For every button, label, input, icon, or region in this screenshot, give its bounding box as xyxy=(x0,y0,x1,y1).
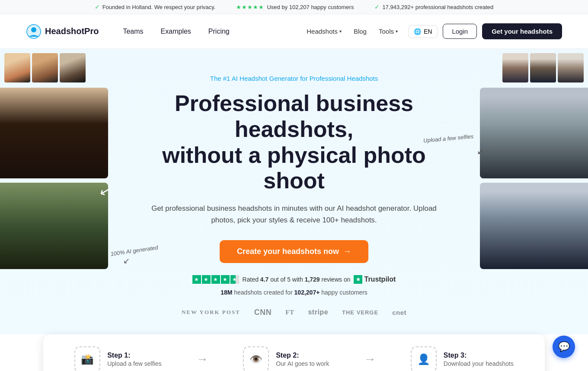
chat-bubble[interactable]: 💬 xyxy=(553,336,575,358)
trustpilot-logo: ★ Trustpilot xyxy=(354,275,396,284)
press-cnet: cnet xyxy=(392,309,406,316)
step-1-text: Step 1: Upload a few selfies xyxy=(107,352,161,367)
press-logos: NEW YORK POST CNN FT stripe THE VERGE cn… xyxy=(138,308,450,317)
hero-description: Get professional business headshots in m… xyxy=(138,203,450,226)
large-photo-right-bottom xyxy=(480,183,588,269)
small-photo-1 xyxy=(4,53,30,82)
globe-icon: 🌐 xyxy=(414,28,421,35)
nav-headshots[interactable]: Headshots ▾ xyxy=(301,24,347,38)
press-stripe: stripe xyxy=(308,308,328,316)
get-headshots-button[interactable]: Get your headshots xyxy=(482,23,562,39)
trustpilot-stars: ★ ★ ★ ★ ★ xyxy=(192,275,239,284)
nav-examples[interactable]: Examples xyxy=(154,24,198,39)
logo-text: HeadshotPro xyxy=(45,26,99,36)
chat-icon: 💬 xyxy=(558,341,570,352)
banner-item-3: ✓ 17,943,292+ professional headshots cre… xyxy=(374,3,493,10)
step-3-icon: 👤 xyxy=(411,346,437,371)
nav-blog[interactable]: Blog xyxy=(348,24,372,38)
star-2: ★ xyxy=(202,275,211,284)
nav-right: Headshots ▾ Blog Tools ▾ xyxy=(301,24,403,38)
language-selector[interactable]: 🌐 EN xyxy=(408,25,438,38)
banner-text-1: Founded in Holland. We respect your priv… xyxy=(102,4,216,10)
logo-icon xyxy=(26,24,42,39)
star-1: ★ xyxy=(192,275,201,284)
step-2-icon: 👁️ xyxy=(243,346,269,371)
hero-subtitle: The #1 AI Headshot Generator for Profess… xyxy=(138,75,450,82)
step-1: 📸 Step 1: Upload a few selfies xyxy=(74,346,161,371)
banner-text-3: 17,943,292+ professional headshots creat… xyxy=(382,4,493,10)
hero-content: The #1 AI Headshot Generator for Profess… xyxy=(138,75,450,317)
logo[interactable]: HeadshotPro xyxy=(26,24,99,39)
small-photo-3 xyxy=(60,53,86,82)
svg-point-1 xyxy=(31,27,36,32)
check-icon-1: ✓ xyxy=(95,3,100,10)
press-cnn: CNN xyxy=(254,308,272,317)
star-3: ★ xyxy=(211,275,220,284)
nav-left: Teams Examples Pricing xyxy=(116,24,236,39)
small-photos-right xyxy=(502,53,584,82)
small-photo-2 xyxy=(32,53,58,82)
banner-item-2: ★★★★★ Used by 102,207 happy customers xyxy=(236,3,354,10)
step-3-text: Step 3: Download your headshots xyxy=(444,352,514,367)
header: HeadshotPro Teams Examples Pricing Heads… xyxy=(0,14,588,49)
login-button[interactable]: Login xyxy=(443,24,477,39)
nav-teams[interactable]: Teams xyxy=(116,24,150,39)
nav-pricing[interactable]: Pricing xyxy=(201,24,236,39)
step-arrow-1: → xyxy=(196,352,208,366)
arrow-right-icon: → xyxy=(343,247,351,256)
nav-tools[interactable]: Tools ▾ xyxy=(374,24,403,38)
header-right: Headshots ▾ Blog Tools ▾ 🌐 EN Login Get … xyxy=(301,23,562,39)
chevron-down-icon: ▾ xyxy=(339,29,342,34)
banner-text-2: Used by 102,207 happy customers xyxy=(267,4,354,10)
step-arrow-2: → xyxy=(364,352,376,366)
press-verge: THE VERGE xyxy=(342,309,378,316)
star-icons: ★★★★★ xyxy=(236,4,264,10)
step-1-icon: 📸 xyxy=(74,346,100,371)
star-5: ★ xyxy=(230,275,239,284)
ai-arrow: ↙ xyxy=(123,256,130,266)
banner-item-1: ✓ Founded in Holland. We respect your pr… xyxy=(95,3,216,10)
check-icon-3: ✓ xyxy=(374,3,380,10)
small-photo-man-1 xyxy=(502,53,528,82)
step-2-text: Step 2: Our AI goes to work xyxy=(276,352,329,367)
chevron-down-icon-2: ▾ xyxy=(396,29,398,34)
hero-cta-button[interactable]: Create your headshots now → xyxy=(220,240,368,263)
press-nypost: NEW YORK POST xyxy=(182,309,240,316)
large-photo-left-top xyxy=(0,88,108,178)
hero-section: ↙ Upload a few selfies ↙ 100% AI generat… xyxy=(0,49,588,334)
lang-label: EN xyxy=(424,28,432,35)
step-3: 👤 Step 3: Download your headshots xyxy=(411,346,514,371)
small-photo-man-3 xyxy=(558,53,584,82)
small-photos-left xyxy=(4,53,86,82)
star-4: ★ xyxy=(221,275,230,284)
hero-title: Professional business headshots, without… xyxy=(138,91,450,194)
headshots-count: 18M headshots created for 102,207+ happy… xyxy=(138,289,450,296)
trustpilot-icon: ★ xyxy=(354,275,362,284)
upload-arrow: ↙ xyxy=(477,146,484,156)
press-ft: FT xyxy=(285,309,294,316)
large-photo-left-bottom xyxy=(0,183,108,269)
large-photo-right-top xyxy=(480,88,588,178)
top-banner: ✓ Founded in Holland. We respect your pr… xyxy=(0,0,588,14)
steps-bar: 📸 Step 1: Upload a few selfies → 👁️ Step… xyxy=(43,334,545,371)
trustpilot-text: Rated 4.7 out of 5 with 1,729 reviews on xyxy=(243,276,351,283)
trustpilot-row: ★ ★ ★ ★ ★ Rated 4.7 out of 5 with 1,729 … xyxy=(138,275,450,284)
small-photo-man-2 xyxy=(530,53,556,82)
step-2: 👁️ Step 2: Our AI goes to work xyxy=(243,346,329,371)
